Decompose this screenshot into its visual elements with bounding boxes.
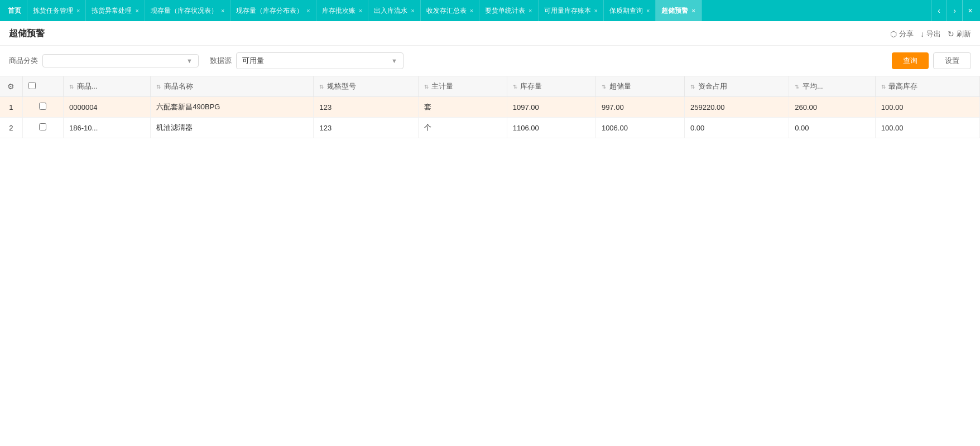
export-button[interactable]: ↓ 导出: [920, 29, 941, 39]
nav-arrow-close[interactable]: ×: [962, 0, 978, 21]
batch-ledger-label: 库存批次账: [322, 6, 356, 16]
stock-status-label: 现存量（库存状况表）: [151, 6, 218, 16]
row-2-num: 2: [0, 118, 22, 138]
datasource-label: 数据源: [210, 56, 232, 66]
row-1-product-code: 0000004: [63, 97, 150, 118]
col-capital-label: 资金占用: [698, 82, 727, 90]
nav-tab-expiry-query[interactable]: 保质期查询 ×: [604, 0, 656, 21]
close-inout-flow-icon[interactable]: ×: [411, 7, 414, 14]
sort-unit-icon[interactable]: ⇅: [424, 84, 429, 90]
share-button[interactable]: ⬡ 分享: [890, 29, 914, 39]
top-navigation: 首页 拣货任务管理 × 拣货异常处理 × 现存量（库存状况表） × 现存量（库存…: [0, 0, 980, 21]
nav-tab-task-mgmt[interactable]: 拣货任务管理 ×: [27, 0, 86, 21]
category-select[interactable]: ▼: [42, 54, 199, 67]
row-2-stock-qty: 1106.00: [507, 118, 595, 138]
sort-spec-icon[interactable]: ⇅: [319, 84, 324, 90]
col-checkbox: [22, 76, 63, 97]
close-expiry-query-icon[interactable]: ×: [646, 7, 650, 14]
nav-tab-home[interactable]: 首页: [2, 0, 27, 21]
row-1-checkbox[interactable]: [39, 103, 46, 110]
col-product-code-label: 商品...: [77, 82, 98, 90]
row-1-capital: 259220.00: [685, 97, 789, 118]
nav-tab-stock-status[interactable]: 现存量（库存状况表） ×: [145, 0, 230, 21]
row-1-max-stock: 100.00: [875, 97, 979, 118]
share-label: 分享: [899, 29, 914, 39]
row-2-product-name: 机油滤清器: [151, 118, 314, 138]
category-label: 商品分类: [9, 56, 38, 66]
col-stock-qty: ⇅ 库存量: [507, 76, 595, 97]
nav-arrow-right[interactable]: ›: [947, 0, 962, 21]
col-max-stock-label: 最高库存: [888, 82, 917, 90]
filter-actions: 查询 设置: [892, 52, 971, 69]
data-table: ⚙ ⇅ 商品... ⇅ 商品名称 ⇅ 规格型号: [0, 76, 980, 138]
query-button[interactable]: 查询: [892, 52, 929, 69]
sort-capital-icon[interactable]: ⇅: [690, 84, 695, 90]
row-2-max-stock: 100.00: [875, 118, 979, 138]
nav-tab-receive-summary[interactable]: 收发存汇总表 ×: [421, 0, 479, 21]
available-ledger-label: 可用量库存账本: [544, 6, 591, 16]
table-gear-icon[interactable]: ⚙: [6, 81, 16, 91]
row-2-checkbox-cell: [22, 118, 63, 138]
row-1-spec: 123: [314, 97, 418, 118]
export-label: 导出: [926, 29, 941, 39]
datasource-select[interactable]: 可用量 ▼: [236, 52, 403, 69]
sort-max-stock-icon[interactable]: ⇅: [881, 84, 886, 90]
row-1-unit: 套: [418, 97, 507, 118]
col-unit-label: 主计量: [431, 82, 453, 90]
refresh-button[interactable]: ↻ 刷新: [948, 29, 971, 39]
col-settings: ⚙: [0, 76, 22, 97]
sort-product-code-icon[interactable]: ⇅: [69, 84, 74, 90]
col-over-qty-label: 超储量: [609, 82, 631, 90]
nav-tab-inout-flow[interactable]: 出入库流水 ×: [368, 0, 420, 21]
row-1-stock-qty: 1097.00: [507, 97, 595, 118]
settings-button[interactable]: 设置: [933, 52, 971, 69]
receive-summary-label: 收发存汇总表: [426, 6, 467, 16]
row-1-product-name: 六配套新昌490BPG: [151, 97, 314, 118]
col-product-name-label: 商品名称: [164, 82, 193, 90]
datasource-arrow-icon: ▼: [391, 57, 397, 64]
nav-arrow-left[interactable]: ‹: [931, 0, 947, 21]
nav-tab-exception[interactable]: 拣货异常处理 ×: [86, 0, 145, 21]
close-stock-status-icon[interactable]: ×: [221, 7, 224, 14]
order-stats-label: 要货单统计表: [485, 6, 525, 16]
table-row: 2 186-10... 机油滤清器 123 个 1106.00 1006.00 …: [0, 118, 980, 138]
col-spec: ⇅ 规格型号: [314, 76, 418, 97]
col-avg: ⇅ 平均...: [789, 76, 875, 97]
close-batch-ledger-icon[interactable]: ×: [359, 7, 362, 14]
page-title: 超储预警: [9, 28, 45, 40]
close-exception-icon[interactable]: ×: [135, 7, 138, 14]
col-stock-qty-label: 库存量: [520, 82, 542, 90]
page-container: 超储预警 ⬡ 分享 ↓ 导出 ↻ 刷新 商品分类 ▼ 数据源: [0, 21, 980, 446]
table-row: 1 0000004 六配套新昌490BPG 123 套 1097.00 997.…: [0, 97, 980, 118]
close-order-stats-icon[interactable]: ×: [529, 7, 532, 14]
sort-over-qty-icon[interactable]: ⇅: [602, 84, 606, 90]
exception-label: 拣货异常处理: [92, 6, 132, 16]
row-2-over-qty: 1006.00: [595, 118, 684, 138]
category-filter: 商品分类 ▼: [9, 54, 199, 67]
close-overstock-alert-icon[interactable]: ×: [691, 7, 695, 14]
nav-tab-order-stats[interactable]: 要货单统计表 ×: [479, 0, 538, 21]
select-all-checkbox[interactable]: [28, 82, 36, 89]
row-2-checkbox[interactable]: [39, 123, 46, 130]
col-unit: ⇅ 主计量: [418, 76, 507, 97]
nav-tab-available-ledger[interactable]: 可用量库存账本 ×: [539, 0, 604, 21]
close-stock-dist-icon[interactable]: ×: [306, 7, 310, 14]
page-header: 超储预警 ⬡ 分享 ↓ 导出 ↻ 刷新: [0, 21, 980, 46]
close-receive-summary-icon[interactable]: ×: [470, 7, 473, 14]
row-1-num: 1: [0, 97, 22, 118]
nav-tab-stock-dist[interactable]: 现存量（库存分布表） ×: [230, 0, 316, 21]
sort-product-name-icon[interactable]: ⇅: [156, 84, 161, 90]
datasource-value: 可用量: [242, 56, 264, 66]
close-task-mgmt-icon[interactable]: ×: [76, 7, 80, 14]
overstock-alert-label: 超储预警: [661, 6, 688, 16]
sort-stock-qty-icon[interactable]: ⇅: [513, 84, 517, 90]
refresh-label: 刷新: [957, 29, 971, 39]
nav-tab-batch-ledger[interactable]: 库存批次账 ×: [316, 0, 368, 21]
table-body: 1 0000004 六配套新昌490BPG 123 套 1097.00 997.…: [0, 97, 980, 138]
row-1-checkbox-cell: [22, 97, 63, 118]
col-avg-label: 平均...: [803, 82, 823, 90]
col-over-qty: ⇅ 超储量: [595, 76, 684, 97]
sort-avg-icon[interactable]: ⇅: [795, 84, 799, 90]
nav-tab-overstock-alert[interactable]: 超储预警 ×: [656, 0, 701, 21]
close-available-ledger-icon[interactable]: ×: [594, 7, 598, 14]
